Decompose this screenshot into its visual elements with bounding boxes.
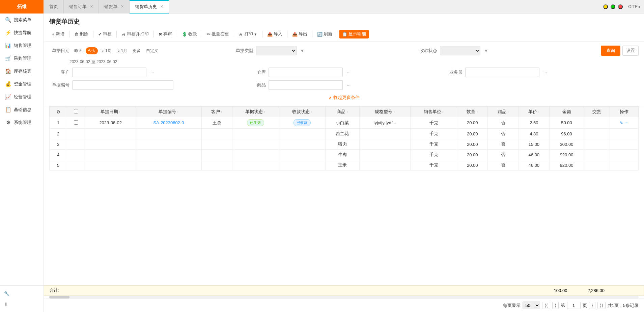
page-input[interactable]: 1 [567, 302, 581, 309]
docno-input[interactable] [72, 80, 173, 90]
pay-status-dropdown-icon: ▼ [484, 48, 488, 53]
horizontal-scrollbar[interactable] [49, 296, 639, 298]
sidebar-item-finance[interactable]: 💰 资金管理 [0, 78, 44, 90]
salesperson-input[interactable] [465, 68, 539, 77]
tab-sales-goods-close[interactable]: ✕ [121, 4, 124, 9]
goods-input[interactable] [269, 80, 343, 90]
cell-checkbox[interactable] [67, 129, 85, 139]
sidebar-item-purchase-mgmt[interactable]: 🛒 采购管理 [0, 52, 44, 65]
page-label: 第 [561, 303, 565, 309]
first-page-button[interactable]: ⟨⟨ [542, 302, 550, 309]
date-today[interactable]: 今天 [86, 47, 98, 54]
cell-doc-status [232, 160, 279, 171]
pay-status-select[interactable] [440, 46, 480, 55]
col-amount[interactable]: 金额 [549, 107, 584, 117]
tab-sales-history[interactable]: 销货单历史 ✕ [130, 0, 169, 14]
col-price[interactable]: 单价 [519, 107, 549, 117]
col-qty[interactable]: 数量 [457, 107, 488, 117]
cell-price: 46.00 [519, 150, 549, 160]
last-page-button[interactable]: ⟩⟩ [597, 302, 606, 309]
cell-spec [359, 160, 410, 171]
receive-button[interactable]: 💲 收款 [179, 30, 200, 38]
audit-print-button[interactable]: 🖨 审核并打印 [119, 30, 151, 38]
warehouse-dots[interactable]: ··· [347, 70, 351, 75]
abandon-button[interactable]: ✖ 弃审 [156, 30, 175, 38]
scrollbar-thumb[interactable] [49, 296, 69, 298]
date-last7[interactable]: 近1周 [99, 47, 114, 54]
tab-sales-order[interactable]: 销售订单 ✕ [64, 0, 99, 14]
batch-change-button[interactable]: ✏ 批量变更 [204, 30, 232, 38]
col-gift[interactable]: 赠品 [488, 107, 519, 117]
date-label: 单据日期 [49, 48, 69, 54]
audit-button[interactable]: ✔ 审核 [95, 30, 114, 38]
cell-doc-no [136, 160, 201, 171]
sidebar-item-inventory[interactable]: 🏠 库存核算 [0, 65, 44, 78]
delete-button[interactable]: 🗑 删除 [72, 30, 91, 38]
warehouse-input[interactable] [269, 68, 343, 77]
close-btn[interactable] [618, 4, 623, 9]
cell-gift: 否 [488, 150, 519, 160]
edit-action[interactable]: ✎ [620, 121, 623, 125]
maximize-btn[interactable] [611, 4, 615, 9]
pagination: 每页显示 20 50 100 ⟨⟨ ⟨ 第 1 页 ⟩ ⟩⟩ 共1页，5条记录 [44, 298, 644, 312]
import-button[interactable]: 📥 导入 [264, 30, 285, 38]
refresh-button[interactable]: 🔄 刷新 [314, 30, 335, 38]
collapse-button[interactable]: ∧ 收起更多条件 [49, 93, 639, 102]
select-all-checkbox[interactable] [74, 109, 78, 113]
goods-dots[interactable]: ··· [347, 83, 351, 88]
col-doc-status[interactable]: 单据状态 [232, 107, 279, 117]
export-button[interactable]: 📤 导出 [289, 30, 310, 38]
tab-sales-history-close[interactable]: ✕ [160, 4, 163, 9]
col-doc-date[interactable]: 单据日期 [85, 107, 136, 117]
doc-type-select[interactable] [256, 46, 297, 55]
next-page-button[interactable]: ⟩ [589, 302, 595, 309]
sidebar-settings-btn[interactable]: 🔧 [0, 288, 44, 299]
col-checkbox[interactable] [67, 107, 85, 117]
col-doc-no[interactable]: 单据编号 [136, 107, 201, 117]
sidebar-item-search-menu[interactable]: 🔍 搜索菜单 [0, 14, 44, 26]
operations-icon: 📈 [5, 94, 11, 100]
import-label: 导入 [274, 31, 282, 37]
query-button[interactable]: 查询 [601, 46, 620, 56]
col-goods[interactable]: 商品 [325, 107, 359, 117]
cell-checkbox[interactable] [67, 117, 85, 129]
col-customer[interactable]: 客户 [201, 107, 232, 117]
prev-page-button[interactable]: ⟨ [552, 302, 559, 309]
content-spacer [44, 196, 644, 285]
sidebar-item-sales-mgmt[interactable]: 📊 销售管理 [0, 39, 44, 52]
page-size-select[interactable]: 20 50 100 [523, 302, 540, 309]
row-checkbox[interactable] [74, 120, 78, 125]
customer-dots[interactable]: ··· [150, 70, 154, 75]
cell-customer: 王总 [201, 117, 232, 129]
date-more[interactable]: 更多 [131, 47, 143, 54]
date-last1m[interactable]: 近1月 [115, 47, 130, 54]
sidebar-item-sys-mgmt[interactable]: ⚙ 系统管理 [0, 116, 44, 129]
tab-home[interactable]: 首页 [44, 0, 64, 14]
cell-checkbox[interactable] [67, 139, 85, 150]
col-unit[interactable]: 销售单位 [411, 107, 457, 117]
col-spec[interactable]: 规格型号 [359, 107, 410, 117]
print-button[interactable]: 🖨 打印 ▼ [236, 30, 260, 38]
date-custom[interactable]: 自定义 [144, 47, 160, 54]
col-gear[interactable]: ⚙ [50, 107, 67, 117]
refresh-icon: 🔄 [317, 32, 323, 37]
sidebar-item-quick-nav[interactable]: ⚡ 快捷导航 [0, 26, 44, 39]
col-pay-status[interactable]: 收款状态 [279, 107, 325, 117]
sidebar-item-basic-info[interactable]: 📋 基础信息 [0, 103, 44, 116]
new-button[interactable]: + 新增 [49, 30, 67, 38]
doc-no-link[interactable]: SA-20230602-0 [153, 120, 184, 125]
table-row: 2西兰花千克20.00否4.8096.00 [50, 129, 639, 139]
tab-sales-goods[interactable]: 销货单 ✕ [99, 0, 130, 14]
sidebar-item-operations[interactable]: 📈 经营管理 [0, 90, 44, 103]
cell-checkbox[interactable] [67, 150, 85, 160]
minimize-btn[interactable] [603, 4, 608, 9]
date-yesterday[interactable]: 昨天 [72, 47, 84, 54]
cell-checkbox[interactable] [67, 160, 85, 171]
tab-sales-order-close[interactable]: ✕ [90, 4, 93, 9]
sidebar-pause-btn[interactable]: ⏸ [0, 299, 44, 309]
show-detail-button[interactable]: 📋 显示明细 [339, 30, 369, 38]
salesperson-dots[interactable]: ··· [543, 70, 547, 75]
more-action[interactable]: ⋯ [624, 121, 628, 125]
customer-input[interactable] [72, 68, 146, 77]
setting-button[interactable]: 设置 [622, 46, 639, 56]
